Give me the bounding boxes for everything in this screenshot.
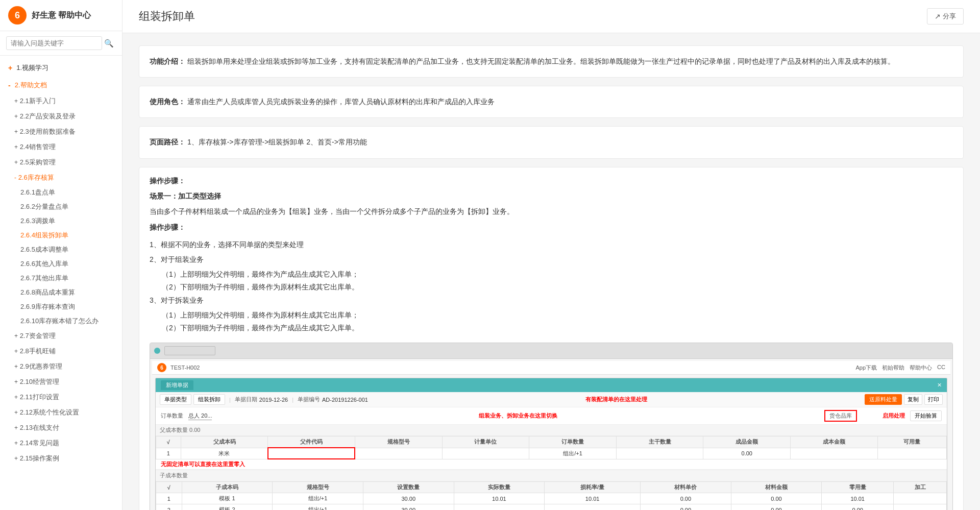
sidebar-item-25[interactable]: + 2.5采购管理 (14, 155, 122, 170)
td-unit-1 (442, 448, 529, 459)
scenario1-title: 场景一：加工类型选择 (150, 192, 953, 201)
sidebar-item-21[interactable]: + 2.1新手入门 (14, 93, 122, 109)
sidebar-item-28[interactable]: + 2.8手机旺铺 (14, 344, 122, 359)
th-cost-amount: 成本金额 (791, 436, 878, 448)
td-check-1: 1 (156, 448, 181, 459)
main-area: 组装拆卸单 ↗ 分享 功能介绍： 组装拆卸单用来处理企业组装或拆卸等加工业务，支… (122, 0, 980, 510)
sim-tab-new[interactable]: 新增单据 (161, 380, 193, 390)
sim-btn-action1[interactable]: 复制 (904, 394, 922, 405)
sidebar-item-214[interactable]: + 2.14常见问题 (14, 435, 122, 451)
sim-no-val: AD-20191226-001 (322, 397, 368, 403)
plus-icon-24: + (14, 143, 18, 151)
th-product-amount: 成品金额 (703, 436, 791, 448)
plus-icon-28: + (14, 348, 18, 355)
btd-process-1 (894, 493, 947, 504)
th-parent-code: 父件代码 (268, 436, 355, 448)
btd-zero-qty-2: 0.00 (822, 504, 894, 510)
btd-zero-qty-1: 10.01 (822, 493, 894, 504)
sim-date-label: 单据日期 (235, 396, 257, 403)
plus-icon-23: + (14, 128, 18, 135)
sidebar-item-267[interactable]: 2.6.7其他出库单 (20, 271, 122, 285)
sim-btn-process[interactable]: 送原料处量 (865, 394, 902, 405)
sidebar-item-266[interactable]: 2.6.6其他入库单 (20, 257, 122, 271)
plus-icon-1: + (8, 64, 12, 72)
sim-toolbar: 单据类型 组装拆卸 | 单据日期 2019-12-26 | 单据编号 AD-20… (156, 392, 947, 407)
th-avail-qty: 可用量 (877, 436, 946, 448)
sidebar-item-210[interactable]: + 2.10经营管理 (14, 374, 122, 390)
minus-icon-2: - (8, 81, 11, 89)
sidebar-nav: + 1.视频学习 - 2.帮助文档 + 2.1新手入门 + 2.2产品安装及登录 (0, 56, 122, 510)
sim-btn-confirm[interactable]: 开始验算 (910, 410, 942, 421)
sidebar: 6 好生意 帮助中心 🔍 + 1.视频学习 - 2.帮助文档 + 2.1 (0, 0, 122, 510)
step-2-2: （2）下部明细为子件明细，最终作为原材料生成其它出库单。 (150, 281, 953, 294)
plus-icon-212: + (14, 409, 18, 416)
sidebar-item-27[interactable]: + 2.7资金管理 (14, 328, 122, 344)
sidebar-item-269[interactable]: 2.6.9库存账本查询 (20, 300, 122, 314)
sidebar-item-22[interactable]: + 2.2产品安装及登录 (14, 109, 122, 124)
th-main-qty: 主干数量 (616, 436, 703, 448)
sim-bottom-table-container: √ 子成本码 规格型号 设置数量 实际数量 损耗率/量 材料单价 材料金额 零用 (156, 481, 947, 510)
td-parent-code-1 (268, 448, 355, 459)
sim-inner-window: 新增单据 ✕ 单据类型 组装拆卸 | 单据日期 2019-12-26 | (155, 378, 947, 510)
td-avail-1 (877, 448, 946, 459)
sidebar-item-211[interactable]: + 2.11打印设置 (14, 390, 122, 405)
sidebar-item-video[interactable]: + 1.视频学习 (0, 60, 122, 76)
operations-section: 操作步骤： 场景一：加工类型选择 当由多个子件材料组装成一个成品的业务为【组装】… (139, 167, 964, 510)
sidebar-item-212[interactable]: + 2.12系统个性化设置 (14, 405, 122, 420)
sim-annotation-nofixed: 无固定清单可以直接在这里置零入 (156, 459, 947, 470)
sim-divider2: | (292, 397, 293, 403)
share-button[interactable]: ↗ 分享 (927, 8, 964, 25)
th-spec: 规格型号 (355, 436, 442, 448)
bth-check: √ (156, 482, 182, 493)
sidebar-item-261[interactable]: 2.6.1盘点单 (20, 185, 122, 200)
sim-btn-action2[interactable]: 打印 (924, 394, 943, 405)
sidebar-item-268[interactable]: 2.6.8商品成本重算 (20, 285, 122, 300)
sim-nav-app: App下载 (856, 364, 877, 372)
sidebar-item-263[interactable]: 2.6.3调拨单 (20, 214, 122, 228)
sidebar-item-26[interactable]: - 2.6库存核算 (14, 170, 122, 185)
sidebar-item-24[interactable]: + 2.4销售管理 (14, 139, 122, 155)
sim-date-val: 2019-12-26 (259, 397, 288, 403)
nav-section-1: + 1.视频学习 (0, 60, 122, 76)
sim-parent-header: 父成本数量 0.00 (156, 425, 947, 436)
window-control-1 (154, 348, 160, 354)
step-1: 1、根据不同的业务，选择不同单据的类型来处理 (150, 238, 953, 251)
sim-input-warehoused[interactable]: 货仓品库 (824, 410, 857, 422)
bth-sub-code: 子成本码 (182, 482, 273, 493)
sidebar-item-2610[interactable]: 2.6.10库存账本错了怎么办 (20, 314, 122, 328)
search-button[interactable]: 🔍 (102, 39, 116, 48)
sidebar-item-262[interactable]: 2.6.2分量盘点单 (20, 200, 122, 214)
sidebar-item-215[interactable]: + 2.15操作案例 (14, 451, 122, 466)
sim-logo: 6 (157, 363, 166, 372)
th-unit: 计量单位 (442, 436, 529, 448)
sidebar-item-265[interactable]: 2.6.5成本调整单 (20, 242, 122, 257)
sidebar-item-23[interactable]: + 2.3使用前数据准备 (14, 124, 122, 139)
sidebar-item-213[interactable]: + 2.13在线支付 (14, 420, 122, 435)
bth-spec: 规格型号 (273, 482, 363, 493)
sim-btn-save[interactable]: 单据类型 (160, 394, 191, 405)
sim-close-icon[interactable]: ✕ (937, 382, 942, 388)
btd-loss-1: 10.01 (545, 493, 641, 504)
sim-top-table-header: √ 父成本码 父件代码 规格型号 计量单位 订单数量 主干数量 成品金额 成本金 (156, 436, 947, 448)
sim-bottom-header: √ 子成本码 规格型号 设置数量 实际数量 损耗率/量 材料单价 材料金额 零用 (156, 482, 947, 493)
ops-heading: 操作步骤： (150, 177, 953, 186)
sim-form-count-val: 总人 20... (188, 412, 212, 420)
sidebar-item-264[interactable]: 2.6.4组装拆卸单 (20, 228, 122, 242)
bth-set-qty: 设置数量 (363, 482, 454, 493)
sim-child-header: 子成本数量 (156, 470, 947, 481)
sim-top-row-1: 1 米米 组出/+1 0.00 (156, 448, 947, 459)
page-title: 组装拆卸单 (139, 9, 195, 24)
btd-unit-price-1: 0.00 (641, 493, 731, 504)
btd-spec-1: 组出/+1 (273, 493, 363, 504)
scenario1-desc: 当由多个子件材料组装成一个成品的业务为【组装】业务，当由一个父件拆分成多个子产品… (150, 205, 953, 218)
bth-zero-qty: 零用量 (822, 482, 894, 493)
sidebar-item-29[interactable]: + 2.9优惠券管理 (14, 359, 122, 374)
function-intro-text: 功能介绍： 组装拆卸单用来处理企业组装或拆卸等加工业务，支持有固定装配清单的产品… (150, 55, 953, 68)
sim-btn-edit[interactable]: 组装拆卸 (193, 394, 225, 405)
path-card: 页面路径： 1、库存核算->库存管理->组装拆卸单 2、首页->常用功能 (139, 126, 964, 158)
sim-nav: 6 TEST-H002 App下载 初始帮助 帮助中心 CC (152, 361, 950, 375)
search-input[interactable] (6, 36, 102, 50)
sidebar-item-help-docs[interactable]: - 2.帮助文档 (0, 77, 122, 93)
sim-annotation-process: 启用处理 (883, 412, 905, 420)
td-order-qty-1: 组出/+1 (529, 448, 617, 459)
